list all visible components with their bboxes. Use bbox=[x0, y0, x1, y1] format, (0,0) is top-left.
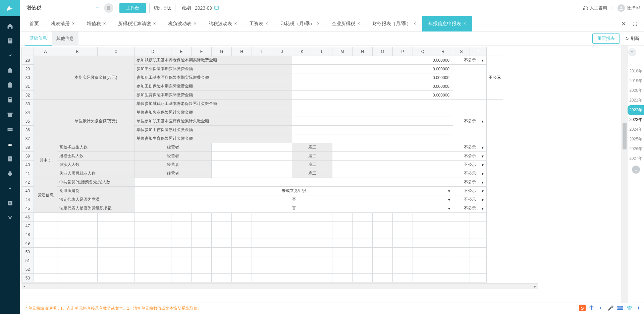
cell[interactable] bbox=[373, 265, 393, 274]
cell[interactable] bbox=[272, 256, 292, 265]
cell[interactable] bbox=[353, 230, 373, 239]
cell[interactable]: 经营者 bbox=[135, 143, 212, 152]
cell[interactable] bbox=[292, 265, 312, 274]
cell[interactable] bbox=[292, 256, 312, 265]
cell[interactable] bbox=[171, 239, 192, 248]
cell[interactable] bbox=[135, 222, 171, 230]
row-header[interactable]: 45 bbox=[22, 204, 34, 213]
row-header[interactable]: 39 bbox=[22, 152, 34, 161]
col-header[interactable]: P bbox=[393, 47, 413, 56]
cell[interactable] bbox=[135, 274, 171, 282]
cell[interactable]: 参加工伤保险本期实际缴费金额 bbox=[135, 82, 292, 91]
cell[interactable]: 不公示▼ bbox=[453, 56, 487, 65]
workspace-button[interactable]: 工作台 bbox=[119, 3, 146, 13]
year-item[interactable]: 2022年 bbox=[628, 105, 644, 115]
cell[interactable] bbox=[453, 248, 470, 256]
cell[interactable]: 参加失业保险本期实际缴费金额 bbox=[135, 65, 292, 73]
hscroll-right-icon[interactable]: ▸ bbox=[532, 284, 538, 289]
cell[interactable] bbox=[171, 265, 192, 274]
cell[interactable] bbox=[413, 230, 433, 239]
row-header[interactable]: 40 bbox=[22, 161, 34, 169]
cell[interactable] bbox=[433, 265, 453, 274]
cell[interactable]: 不公示▼ bbox=[453, 204, 487, 213]
cell[interactable]: 参加生育保险本期实际缴费金额 bbox=[135, 91, 292, 100]
cell[interactable] bbox=[98, 265, 135, 274]
cell[interactable] bbox=[272, 265, 292, 274]
cell[interactable] bbox=[135, 239, 171, 248]
cell[interactable]: 雇工 bbox=[292, 143, 332, 152]
close-icon[interactable]: ✕ bbox=[463, 21, 466, 26]
cell[interactable] bbox=[470, 274, 487, 282]
vertical-scrollbar[interactable] bbox=[622, 46, 627, 303]
period-value[interactable]: 2023-09 bbox=[195, 5, 212, 11]
cell[interactable] bbox=[453, 239, 470, 248]
cell[interactable] bbox=[332, 161, 453, 169]
year-item[interactable]: 2020年 bbox=[628, 86, 644, 96]
cell[interactable]: 单位累计欠缴金额(万元) bbox=[57, 100, 135, 143]
cell[interactable]: 否▼ bbox=[135, 204, 453, 213]
ime-mic-icon[interactable]: 🎤 bbox=[607, 305, 614, 311]
col-header[interactable]: C bbox=[98, 47, 135, 56]
cell[interactable]: 0.000000 bbox=[292, 65, 453, 73]
cell[interactable] bbox=[272, 239, 292, 248]
close-icon[interactable]: ✕ bbox=[317, 21, 320, 26]
row-header[interactable]: 46 bbox=[22, 213, 34, 222]
row-header[interactable]: 37 bbox=[22, 134, 34, 143]
cell[interactable]: 其中： bbox=[34, 143, 57, 178]
cell[interactable] bbox=[232, 274, 252, 282]
refresh-button[interactable]: ↻ 刷新 bbox=[625, 36, 639, 42]
cell[interactable] bbox=[433, 230, 453, 239]
tab-9[interactable]: 财务报表（月/季）✕ bbox=[366, 16, 422, 32]
cell[interactable] bbox=[135, 178, 453, 187]
user-name[interactable]: 徐泽华 bbox=[627, 5, 640, 11]
cell[interactable]: 0.000000 bbox=[292, 73, 453, 82]
cell[interactable] bbox=[192, 265, 212, 274]
cell[interactable] bbox=[433, 222, 453, 230]
col-header[interactable]: H bbox=[232, 47, 252, 56]
cell[interactable]: 失业人员再就业人数 bbox=[57, 169, 135, 178]
cell[interactable] bbox=[393, 239, 413, 248]
cell[interactable] bbox=[453, 274, 470, 282]
cell[interactable] bbox=[453, 256, 470, 265]
row-header[interactable]: 34 bbox=[22, 108, 34, 117]
cell[interactable] bbox=[98, 274, 135, 282]
cell[interactable] bbox=[353, 274, 373, 282]
grid-corner[interactable] bbox=[22, 47, 34, 56]
row-header[interactable]: 48 bbox=[22, 230, 34, 239]
cell[interactable] bbox=[98, 230, 135, 239]
nav-play-icon[interactable] bbox=[4, 197, 16, 209]
cell[interactable] bbox=[34, 248, 57, 256]
cell[interactable] bbox=[34, 239, 57, 248]
cell[interactable] bbox=[212, 213, 232, 222]
cell[interactable] bbox=[192, 274, 212, 282]
cell[interactable] bbox=[292, 239, 312, 248]
subtab-basic[interactable]: 基础信息 bbox=[25, 32, 52, 46]
cell[interactable] bbox=[98, 222, 135, 230]
close-icon[interactable]: ✕ bbox=[234, 21, 237, 26]
cell[interactable] bbox=[332, 265, 353, 274]
cell[interactable] bbox=[393, 213, 413, 222]
year-nav-down-icon[interactable]: ⌄ bbox=[632, 166, 640, 174]
reset-report-button[interactable]: 重置报表 bbox=[592, 34, 620, 44]
tab-7[interactable]: 印花税（月/季）✕ bbox=[274, 16, 326, 32]
cell[interactable] bbox=[373, 222, 393, 230]
cell[interactable] bbox=[57, 213, 98, 222]
cell[interactable] bbox=[232, 230, 252, 239]
cell[interactable] bbox=[212, 161, 292, 169]
cell[interactable] bbox=[353, 256, 373, 265]
cell[interactable] bbox=[252, 239, 272, 248]
cell[interactable] bbox=[332, 230, 353, 239]
col-header[interactable]: Q bbox=[413, 47, 433, 56]
cell[interactable]: 经营者 bbox=[135, 169, 212, 178]
cell[interactable] bbox=[413, 256, 433, 265]
col-header[interactable]: M bbox=[332, 47, 353, 56]
cell[interactable]: 雇工 bbox=[292, 161, 332, 169]
cell[interactable]: 本期实际缴费金额(万元) bbox=[57, 56, 135, 100]
calendar-icon[interactable] bbox=[214, 5, 219, 11]
cell[interactable] bbox=[393, 274, 413, 282]
cell[interactable] bbox=[332, 274, 353, 282]
cell[interactable] bbox=[171, 222, 192, 230]
cell[interactable] bbox=[312, 265, 332, 274]
close-all-tabs-icon[interactable]: ✕ bbox=[618, 18, 629, 29]
cell[interactable] bbox=[292, 108, 453, 117]
